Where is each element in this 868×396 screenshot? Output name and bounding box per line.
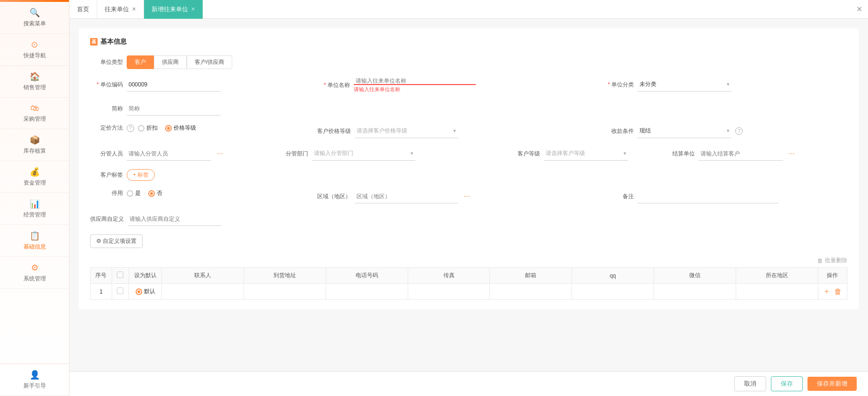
- manager-row: 分管人员 ··· 分管部门 请输入分管部门 ▾ 客户等级 请选择客户等级: [90, 147, 847, 161]
- cancel-button[interactable]: 取消: [734, 376, 766, 391]
- email-input[interactable]: [495, 288, 567, 295]
- sidebar-item-purchase[interactable]: 🛍 采购管理: [0, 98, 69, 129]
- cell-phone[interactable]: [326, 284, 408, 300]
- radio-disable-no[interactable]: 否: [148, 189, 162, 197]
- payment-terms-help-icon[interactable]: ?: [735, 127, 743, 135]
- department-label: 分管部门: [275, 150, 308, 158]
- tab-counterparty-close[interactable]: ✕: [132, 6, 136, 12]
- basic-info-icon: 📋: [30, 231, 40, 241]
- remark-input[interactable]: [638, 189, 778, 203]
- tab-new-counterparty-close[interactable]: ✕: [191, 6, 195, 12]
- cell-default-radio[interactable]: 默认: [134, 287, 157, 295]
- custom-settings-button[interactable]: ⚙ 自定义项设置: [90, 234, 143, 248]
- address-input[interactable]: [249, 288, 321, 295]
- manager-dots[interactable]: ···: [215, 149, 225, 158]
- region-dots[interactable]: ···: [462, 192, 472, 201]
- row-checkbox[interactable]: [117, 287, 123, 294]
- customer-price-level-group: 客户价格等级 请选择客户价格等级 ▾: [317, 124, 601, 138]
- department-placeholder: 请输入分管部门: [314, 149, 409, 157]
- col-address: 到货地址: [244, 268, 326, 284]
- pricing-method-radios: 折扣 价格等级: [138, 124, 196, 132]
- unit-name-label: 单位名称: [317, 81, 350, 89]
- cell-contact[interactable]: [162, 284, 244, 300]
- radio-disable-yes[interactable]: 是: [127, 189, 141, 197]
- btn-both[interactable]: 客户/供应商: [187, 55, 232, 69]
- phone-input[interactable]: [331, 288, 403, 295]
- customer-price-level-select[interactable]: 请选择客户价格等级 ▾: [355, 124, 458, 138]
- short-name-group: 简称: [90, 101, 847, 116]
- col-default: 设为默认: [129, 268, 162, 284]
- payment-terms-select[interactable]: 现结 ▾: [638, 124, 731, 138]
- customer-level-select[interactable]: 请选择客户等级 ▾: [544, 147, 628, 161]
- sidebar-item-label: 库存核算: [23, 147, 46, 155]
- unit-name-wrap: 请输入往来单位名称: [354, 78, 601, 93]
- cell-address[interactable]: [244, 284, 326, 300]
- sidebar-item-finance[interactable]: 💰 资金管理: [0, 161, 69, 193]
- unit-category-group: 单位分类 未分类 ▾: [601, 78, 847, 92]
- unit-code-input[interactable]: [127, 78, 221, 92]
- region-input[interactable]: [355, 189, 458, 203]
- sidebar-item-basic-info[interactable]: 📋 基础信息: [0, 225, 69, 257]
- sidebar-item-operation[interactable]: 📊 经营管理: [0, 193, 69, 225]
- cell-qq[interactable]: [572, 284, 654, 300]
- cell-default: 默认: [129, 284, 162, 300]
- cell-email[interactable]: [490, 284, 572, 300]
- tab-home[interactable]: 首页: [69, 0, 97, 19]
- cell-wechat[interactable]: [654, 284, 736, 300]
- tab-close-all[interactable]: ✕: [851, 0, 868, 19]
- finance-icon: 💰: [30, 167, 40, 177]
- radio-price-level[interactable]: 价格等级: [165, 124, 196, 132]
- payment-terms-value: 现结: [640, 127, 725, 135]
- wechat-input[interactable]: [659, 288, 731, 295]
- col-phone: 电话号码: [326, 268, 408, 284]
- batch-delete-label[interactable]: 批量删除: [825, 256, 847, 264]
- sidebar-item-search[interactable]: 🔍 搜索菜单: [0, 2, 69, 34]
- radio-discount[interactable]: 折扣: [138, 124, 158, 132]
- settlement-unit-input[interactable]: [699, 147, 783, 161]
- pricing-help-icon[interactable]: ?: [127, 124, 134, 132]
- purchase-icon: 🛍: [30, 103, 39, 113]
- tab-new-counterparty[interactable]: 新增往来单位 ✕: [144, 0, 203, 19]
- department-select[interactable]: 请输入分管部门 ▾: [312, 147, 415, 161]
- btn-customer[interactable]: 客户: [127, 55, 154, 69]
- contact-input[interactable]: [167, 288, 239, 295]
- customer-tag-label: 客户标签: [90, 171, 123, 179]
- inventory-icon: 📦: [30, 135, 40, 145]
- sidebar-item-guide[interactable]: 👤 新手引导: [0, 364, 69, 396]
- fax-input[interactable]: [413, 288, 485, 295]
- save-new-button[interactable]: 保存并新增: [807, 377, 857, 391]
- region-table-input[interactable]: [741, 288, 813, 295]
- settlement-unit-dots[interactable]: ···: [787, 149, 797, 158]
- add-row-button[interactable]: ＋: [823, 287, 830, 296]
- unit-type-row: 单位类型 客户 供应商 客户/供应商: [90, 55, 847, 69]
- short-name-input[interactable]: [127, 101, 221, 116]
- btn-supplier[interactable]: 供应商: [154, 55, 187, 69]
- manager-group: 分管人员 ···: [90, 147, 275, 161]
- delete-row-button[interactable]: 🗑: [834, 287, 842, 296]
- sales-icon: 🏠: [30, 71, 40, 82]
- sidebar-item-inventory[interactable]: 📦 库存核算: [0, 129, 69, 161]
- unit-category-value: 未分类: [640, 80, 725, 88]
- cell-region[interactable]: [736, 284, 818, 300]
- manager-input[interactable]: [127, 147, 211, 161]
- supplier-custom-input[interactable]: [128, 212, 221, 226]
- save-button[interactable]: 保存: [771, 376, 803, 391]
- cell-checkbox: [112, 284, 129, 300]
- sidebar-item-quick-nav[interactable]: ⊙ 快捷导航: [0, 34, 69, 66]
- sidebar-item-sales[interactable]: 🏠 销售管理: [0, 66, 69, 98]
- unit-code-label: 单位编码: [90, 81, 123, 89]
- qq-input[interactable]: [577, 288, 649, 295]
- cell-fax[interactable]: [408, 284, 490, 300]
- tab-counterparty[interactable]: 往来单位 ✕: [97, 0, 144, 19]
- unit-category-select[interactable]: 未分类 ▾: [638, 78, 731, 92]
- unit-name-input[interactable]: [354, 78, 476, 85]
- col-fax: 传真: [408, 268, 490, 284]
- customer-tag-group: 客户标签 + 标签: [90, 169, 847, 181]
- supplier-custom-label: 供应商自定义: [90, 215, 124, 223]
- form-card: 基 基本信息 单位类型 客户 供应商 客户/供应商 单位编码: [79, 28, 859, 309]
- col-seq: 序号: [91, 268, 112, 284]
- table-select-all[interactable]: [117, 272, 123, 278]
- tab-home-label: 首页: [77, 5, 89, 14]
- add-tag-button[interactable]: + 标签: [127, 169, 155, 181]
- sidebar-item-system[interactable]: ⚙ 系统管理: [0, 257, 69, 289]
